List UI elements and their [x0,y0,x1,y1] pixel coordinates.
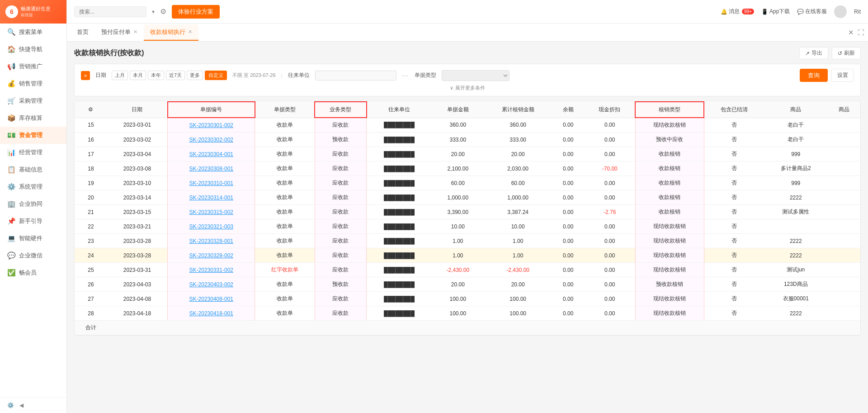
table-row[interactable]: 262023-04-03SK-20230403-002收款单预收款███████… [75,277,860,292]
sidebar-label-marketing: 营销推广 [19,62,42,71]
cell-doc_type: 收款单 [255,190,315,205]
sidebar-item-marketing[interactable]: 📢营销推广 [0,58,66,75]
date-this-year-btn[interactable]: 本年 [148,71,164,80]
messages-btn[interactable]: 🔔 消息 99+ [721,8,754,15]
cell-doc_no[interactable]: SK-20230301-002 [168,118,255,133]
sidebar-item-sales[interactable]: 💰销售管理 [0,75,66,92]
table-row[interactable]: 182023-03-08SK-20230308-001收款单应收款███████… [75,161,860,176]
tab-close-collection[interactable]: ✕ [188,29,192,35]
partner-input[interactable] [315,71,396,81]
date-this-month-btn[interactable]: 本月 [130,71,146,80]
col-header-goods2: 商品 [828,102,860,118]
industry-solution-btn[interactable]: 体验行业方案 [172,5,220,19]
cell-goods: 测试多属性 [764,205,828,219]
table-row[interactable]: 162023-03-02SK-20230302-002收款单预收款███████… [75,133,860,147]
cell-cumulative: 1,000.00 [484,190,552,205]
cell-biz_type: 应收款 [315,248,366,263]
cell-biz_type: 应收款 [315,147,366,161]
sidebar-collapse-icon[interactable]: ◀ [19,402,24,408]
refresh-btn[interactable]: ↺ 刷新 [832,47,861,59]
cell-biz_type: 应收款 [315,161,366,176]
table-row[interactable]: 172023-03-04SK-20230304-001收款单应收款███████… [75,147,860,161]
sidebar-item-hardware[interactable]: 💻智能硬件 [0,230,66,247]
sidebar-label-hardware: 智能硬件 [19,234,42,242]
table-row[interactable]: 192023-03-10SK-20230310-001收款单应收款███████… [75,176,860,190]
sidebar-item-inventory[interactable]: 📦库存核算 [0,109,66,127]
sidebar-item-basics[interactable]: 📋基础信息 [0,161,66,178]
date-7days-btn[interactable]: 近7天 [166,71,185,80]
tab-fullscreen-icon[interactable]: ⛶ [858,28,864,37]
voucher-type-label: 单据类型 [415,71,436,79]
filter-expand-btn[interactable]: » [81,71,90,80]
table-row[interactable]: 272023-04-08SK-20230408-001收款单应收款███████… [75,292,860,306]
sidebar-item-search[interactable]: 🔍搜索菜单 [0,24,66,41]
sidebar-label-wechat: 企业微信 [19,252,42,260]
cell-doc_no[interactable]: SK-20230314-001 [168,190,255,205]
cell-doc_no[interactable]: SK-20230328-001 [168,234,255,248]
cell-doc_no[interactable]: SK-20230304-001 [168,147,255,161]
export-btn[interactable]: ↗ 导出 [799,47,828,59]
cell-doc_no[interactable]: SK-20230310-001 [168,176,255,190]
sidebar-item-enterprise[interactable]: 🏢企业协同 [0,195,66,213]
tab-home[interactable]: 首页 [71,24,95,41]
total-cell-doc_type [255,321,315,335]
table-row[interactable]: 252023-03-31SK-20230331-002红字收款单应收款█████… [75,263,860,277]
sidebar-item-quicknav[interactable]: 🏠快捷导航 [0,41,66,58]
sidebar-settings-icon[interactable]: ⚙️ [7,402,14,408]
sidebar-item-purchase[interactable]: 🛒采购管理 [0,92,66,109]
user-avatar[interactable] [834,5,847,18]
cell-doc_no[interactable]: SK-20230328-002 [168,248,255,263]
topbar-search-input[interactable] [74,6,146,17]
online-service-label: 在线客服 [805,8,827,15]
sidebar-item-finance[interactable]: 💵资金管理 [0,127,66,144]
sidebar-item-system[interactable]: ⚙️系统管理 [0,178,66,195]
sidebar-menu: 🔍搜索菜单🏠快捷导航📢营销推广💰销售管理🛒采购管理📦库存核算💵资金管理📊经营管理… [0,24,66,397]
cell-cumulative: 1.00 [484,248,552,263]
sidebar-item-guide[interactable]: 📌新手引导 [0,213,66,230]
query-btn[interactable]: 查询 [800,69,828,82]
cell-doc_no[interactable]: SK-20230315-002 [168,205,255,219]
tab-close-all-icon[interactable]: ✕ [848,28,854,37]
cell-index: 23 [75,234,107,248]
date-custom-btn[interactable]: 自定义 [205,71,227,80]
app-download-btn[interactable]: 📱 App下载 [761,8,790,15]
expand-more-btn[interactable]: ∨ 展开更多条件 [81,85,854,91]
cell-balance: 0.00 [552,205,585,219]
cell-doc_no[interactable]: SK-20230403-002 [168,277,255,292]
sidebar-item-operations[interactable]: 📊经营管理 [0,144,66,161]
tab-prepay[interactable]: 预付应付单✕ [95,24,144,41]
table-row[interactable]: 222023-03-21SK-20230321-003收款单应收款███████… [75,219,860,234]
cell-cumulative: 60.00 [484,176,552,190]
cell-amount: 2,100.00 [432,161,484,176]
table-row[interactable]: 152023-03-01SK-20230301-002收款单应收款███████… [75,118,860,133]
sidebar-label-inventory: 库存核算 [19,114,42,122]
tab-collection[interactable]: 收款核销执行✕ [144,24,198,41]
table-row[interactable]: 212023-03-15SK-20230315-002收款单应收款███████… [75,205,860,219]
cell-doc_no[interactable]: SK-20230308-001 [168,161,255,176]
cell-date: 2023-03-08 [107,161,168,176]
date-more-btn[interactable]: 更多 [187,71,203,80]
cell-doc_no[interactable]: SK-20230302-002 [168,133,255,147]
table-row[interactable]: 232023-03-28SK-20230328-001收款单应收款███████… [75,234,860,248]
sidebar-item-member[interactable]: ✅畅会员 [0,264,66,281]
filter-setting-btn[interactable]: 设置 [831,69,854,82]
online-service-btn[interactable]: 💬 在线客服 [797,8,827,15]
topbar-dropdown-icon[interactable]: ▾ [152,9,155,15]
cell-partner: ████████ [367,248,432,263]
date-last-month-btn[interactable]: 上月 [112,71,128,80]
sidebar-item-wechat[interactable]: 💬企业微信 [0,247,66,264]
topbar-settings-icon[interactable]: ⚙ [160,7,166,16]
cell-doc_no[interactable]: SK-20230408-001 [168,292,255,306]
table-row[interactable]: 242023-03-28SK-20230328-002收款单应收款███████… [75,248,860,263]
cell-doc_no[interactable]: SK-20230331-002 [168,263,255,277]
cell-goods: 123D商品 [764,277,828,292]
total-cell-include_settled [704,321,764,335]
voucher-type-select[interactable] [442,70,509,81]
tab-close-prepay[interactable]: ✕ [133,29,137,35]
cell-doc_no[interactable]: SK-20230418-001 [168,306,255,321]
table-row[interactable]: 282023-04-18SK-20230418-001收款单应收款███████… [75,306,860,321]
table-row[interactable]: 202023-03-14SK-20230314-001收款单应收款███████… [75,190,860,205]
data-table: ⚙日期单据编号单据类型业务类型往来单位单据金额累计核销金额余额现金折扣核销类型包… [75,101,860,335]
sidebar-label-finance: 资金管理 [19,131,42,139]
cell-doc_no[interactable]: SK-20230321-003 [168,219,255,234]
